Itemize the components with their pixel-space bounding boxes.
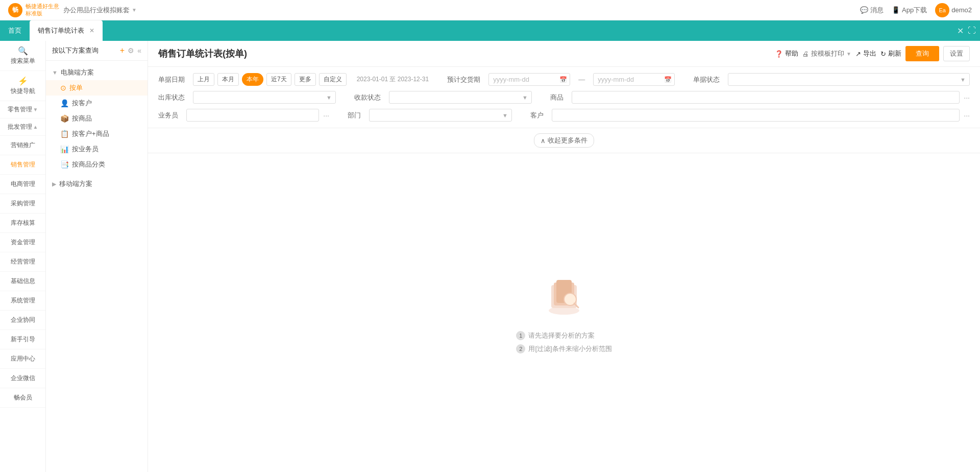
- sidebar: 🔍 搜索菜单 ⚡ 快捷导航 零售管理 ▼ 批发管理 ▲ 营销推广 销售管理 电商…: [0, 41, 46, 472]
- message-btn[interactable]: 💬 消息: [860, 6, 884, 15]
- last-month-btn[interactable]: 上月: [193, 73, 214, 86]
- sidebar-item-app-center[interactable]: 应用中心: [0, 349, 45, 369]
- logo-text: 畅捷通好生意 标准版: [26, 3, 59, 16]
- message-icon: 💬: [860, 6, 868, 14]
- sidebar-item-search-menu[interactable]: 🔍 搜索菜单: [0, 41, 45, 71]
- payment-status-input[interactable]: [389, 91, 532, 104]
- delivery-status-input[interactable]: [193, 91, 336, 104]
- collapse-icon: ∧: [541, 137, 546, 145]
- system-title[interactable]: 办公用品行业模拟账套 ▼: [63, 6, 137, 15]
- export-btn[interactable]: ↗ 导出: [855, 49, 876, 58]
- query-btn[interactable]: 查询: [905, 46, 939, 61]
- sidebar-item-purchase[interactable]: 采购管理: [0, 194, 45, 214]
- salesperson-input[interactable]: [186, 109, 319, 122]
- department-input[interactable]: [369, 109, 512, 122]
- right-content: 销售订单统计表(按单) ❓ 帮助 🖨 按模板打印 ▼ ↗ 导出: [148, 41, 980, 472]
- refresh-btn[interactable]: ↻ 刷新: [880, 49, 901, 58]
- top-bar: 畅 畅捷通好生意 标准版 办公用品行业模拟账套 ▼ 💬 消息 📱 App下载 E…: [0, 0, 980, 20]
- left-panel-icons: + ⚙ «: [120, 46, 141, 55]
- this-month-btn[interactable]: 本月: [217, 73, 239, 86]
- customer-input[interactable]: [552, 109, 960, 122]
- sidebar-item-new-guide[interactable]: 新手引导: [0, 330, 45, 349]
- product-more-icon[interactable]: ···: [964, 93, 970, 102]
- more-date-btn[interactable]: 更多: [295, 73, 316, 86]
- page-header: 销售订单统计表(按单) ❓ 帮助 🖨 按模板打印 ▼ ↗ 导出: [148, 41, 980, 67]
- sidebar-item-sales[interactable]: 销售管理: [0, 155, 45, 175]
- scheme-by-product-category[interactable]: 📑 按商品分类: [46, 157, 148, 172]
- payment-status-dropdown-icon: ▼: [522, 95, 528, 101]
- empty-tip-1: 1 请先选择要分析的方案: [516, 329, 611, 342]
- filter-area: 单据日期 上月 本月 本年 近7天 更多 自定义 2023-01-01 至 20…: [148, 67, 980, 128]
- left-panel: 按以下方案查询 + ⚙ « ▼ 电脑端方案 ⊙ 按单 👤 按客户: [46, 41, 148, 472]
- mobile-scheme-header[interactable]: ▶ 移动端方案: [46, 176, 148, 192]
- this-year-btn[interactable]: 本年: [242, 73, 263, 86]
- salesperson-label: 业务员: [158, 111, 178, 120]
- logo-area: 畅 畅捷通好生意 标准版: [8, 3, 59, 17]
- empty-tip-2: 2 用[过滤]条件来缩小分析范围: [516, 342, 611, 356]
- main-layout: 🔍 搜索菜单 ⚡ 快捷导航 零售管理 ▼ 批发管理 ▲ 营销推广 销售管理 电商…: [0, 41, 980, 472]
- delivery-status-field: ▼: [193, 91, 336, 104]
- tab-sales-order-stat[interactable]: 销售订单统计表 ✕: [30, 20, 103, 41]
- help-btn[interactable]: ❓ 帮助: [775, 49, 798, 58]
- sidebar-item-marketing[interactable]: 营销推广: [0, 136, 45, 155]
- empty-tips: 1 请先选择要分析的方案 2 用[过滤]条件来缩小分析范围: [516, 329, 611, 356]
- template-print-btn[interactable]: 🖨 按模板打印 ▼: [802, 49, 851, 58]
- custom-date-btn[interactable]: 自定义: [319, 73, 347, 86]
- sidebar-item-system[interactable]: 系统管理: [0, 291, 45, 311]
- left-panel-header: 按以下方案查询 + ⚙ «: [46, 41, 148, 61]
- product-input[interactable]: [572, 91, 960, 104]
- filter-row-1: 单据日期 上月 本月 本年 近7天 更多 自定义 2023-01-01 至 20…: [158, 73, 970, 86]
- sidebar-item-membership[interactable]: 畅会员: [0, 388, 45, 408]
- sidebar-item-operations[interactable]: 经营管理: [0, 252, 45, 272]
- tab-close-icon[interactable]: ✕: [89, 27, 94, 34]
- sidebar-item-enterprise-wechat[interactable]: 企业微信: [0, 369, 45, 388]
- sidebar-item-wholesale[interactable]: 批发管理 ▲: [0, 119, 45, 136]
- by-customer-icon: 👤: [60, 99, 69, 107]
- print-icon: 🖨: [802, 50, 809, 58]
- sidebar-item-quick-nav[interactable]: ⚡ 快捷导航: [0, 71, 45, 101]
- by-order-icon: ⊙: [60, 84, 66, 92]
- scheme-by-customer[interactable]: 👤 按客户: [46, 96, 148, 111]
- delivery-date-to: 📅: [593, 73, 675, 86]
- sidebar-item-inventory[interactable]: 库存核算: [0, 214, 45, 233]
- scheme-by-customer-product[interactable]: 📋 按客户+商品: [46, 126, 148, 141]
- app-download-btn[interactable]: 📱 App下载: [892, 6, 927, 15]
- customer-more-icon[interactable]: ···: [964, 111, 970, 120]
- last7days-btn[interactable]: 近7天: [266, 73, 291, 86]
- scheme-by-salesperson[interactable]: 📊 按业务员: [46, 141, 148, 157]
- delivery-date-to-input[interactable]: [593, 73, 675, 86]
- scheme-by-product[interactable]: 📦 按商品: [46, 111, 148, 126]
- delivery-date-from-input[interactable]: [488, 73, 570, 86]
- collapse-btn[interactable]: ∧ 收起更多条件: [534, 133, 594, 148]
- expand-tab-btn[interactable]: ⛶: [968, 26, 976, 35]
- tab-bar-actions: ✕ ⛶: [957, 26, 980, 36]
- payment-status-label: 收款状态: [354, 93, 381, 102]
- delivery-status-dropdown-icon: ▼: [326, 95, 332, 101]
- sidebar-item-enterprise[interactable]: 企业协同: [0, 311, 45, 330]
- add-scheme-icon[interactable]: +: [120, 46, 125, 55]
- sidebar-item-retail[interactable]: 零售管理 ▼: [0, 101, 45, 119]
- delivery-status-label: 出库状态: [158, 93, 185, 102]
- user-avatar[interactable]: Ea demo2: [935, 3, 972, 17]
- doc-status-input[interactable]: [728, 73, 970, 86]
- app-icon: 📱: [892, 6, 900, 14]
- pc-scheme-arrow: ▼: [52, 69, 58, 76]
- date-btn-group: 上月 本月 本年 近7天 更多 自定义: [193, 73, 347, 86]
- tab-home[interactable]: 首页: [0, 20, 30, 41]
- sidebar-item-finance[interactable]: 资金管理: [0, 233, 45, 252]
- collapse-panel-icon[interactable]: «: [137, 46, 141, 55]
- help-icon: ❓: [775, 50, 783, 58]
- mobile-scheme-arrow: ▶: [52, 181, 56, 187]
- customer-label: 客户: [530, 111, 544, 120]
- payment-status-field: ▼: [389, 91, 532, 104]
- export-icon: ↗: [855, 50, 861, 58]
- close-tab-btn[interactable]: ✕: [957, 26, 964, 36]
- salesperson-more-icon[interactable]: ···: [323, 111, 329, 120]
- scheme-by-order[interactable]: ⊙ 按单: [46, 80, 148, 96]
- sidebar-item-basic-info[interactable]: 基础信息: [0, 272, 45, 291]
- product-field: ···: [572, 91, 970, 104]
- settings-btn[interactable]: 设置: [943, 46, 970, 61]
- sidebar-item-ecommerce[interactable]: 电商管理: [0, 175, 45, 194]
- setting-scheme-icon[interactable]: ⚙: [128, 46, 134, 55]
- pc-scheme-header[interactable]: ▼ 电脑端方案: [46, 65, 148, 80]
